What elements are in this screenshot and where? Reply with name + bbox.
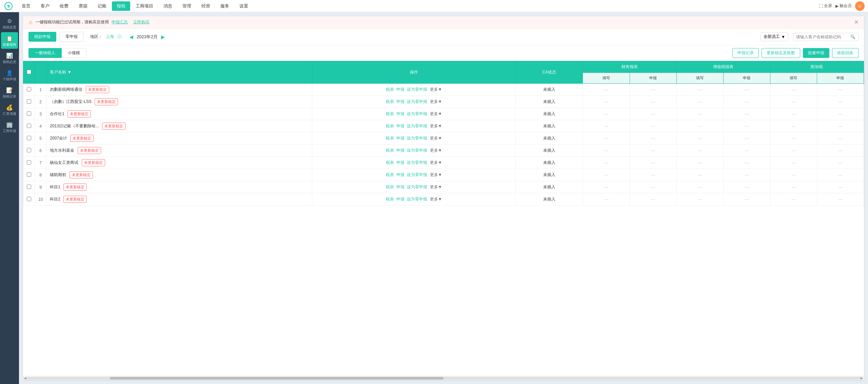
action-zero-declare[interactable]: 设为零申报 <box>407 111 427 116</box>
action-declare[interactable]: 申报 <box>396 99 405 104</box>
nav-accounting[interactable]: 记账 <box>93 1 111 11</box>
nav-messages[interactable]: 消息 <box>159 1 177 11</box>
row-checkbox[interactable] <box>27 87 31 91</box>
action-declare[interactable]: 申报 <box>396 160 405 165</box>
action-more[interactable]: 更多▼ <box>430 99 442 104</box>
banner-close-button[interactable]: ✕ <box>854 19 859 25</box>
nav-services[interactable]: 服务 <box>216 1 234 11</box>
action-more[interactable]: 更多▼ <box>430 148 442 153</box>
header-name-col[interactable]: 客户名称 ▼ <box>46 61 312 84</box>
sidebar-item-business-report[interactable]: 🏢 工商年报 <box>1 119 18 135</box>
action-declare[interactable]: 申报 <box>396 87 405 92</box>
sort-icon: ▼ <box>67 70 72 74</box>
taxpayer-tabs: 一般纳税人 小规模 <box>28 48 86 58</box>
action-more[interactable]: 更多▼ <box>430 197 442 201</box>
banner-report-link[interactable]: 申报汇总 <box>112 19 128 25</box>
action-zero-declare[interactable]: 设为零申报 <box>407 172 427 177</box>
nav-operations[interactable]: 经营 <box>197 1 215 11</box>
action-zero-declare[interactable]: 设为零申报 <box>407 136 427 141</box>
table-row: 3 合作社1 未更新核定 税表 申报 设为零申报 更多▼ 未插入 — — — —… <box>23 108 864 120</box>
action-zero-declare[interactable]: 设为零申报 <box>407 185 427 189</box>
banner-buy-link[interactable]: 立即购买 <box>133 19 150 25</box>
row-checkbox[interactable] <box>27 136 31 140</box>
row-checkbox[interactable] <box>27 148 31 152</box>
nav-management[interactable]: 管理 <box>178 1 196 11</box>
action-more[interactable]: 更多▼ <box>430 124 442 128</box>
action-more[interactable]: 更多▼ <box>430 185 442 189</box>
action-zero-declare[interactable]: 设为零申报 <box>407 197 427 201</box>
action-more[interactable]: 更多▼ <box>430 172 442 177</box>
dept-selector[interactable]: 全部员工 ▼ <box>761 32 788 41</box>
nav-billing[interactable]: 收费 <box>55 1 73 11</box>
action-zero-declare[interactable]: 设为零申报 <box>407 148 427 153</box>
action-tax-form[interactable]: 税表 <box>386 136 394 141</box>
action-tax-form[interactable]: 税表 <box>386 197 394 201</box>
action-zero-declare[interactable]: 设为零申报 <box>407 124 427 128</box>
nav-home[interactable]: 首页 <box>17 1 35 11</box>
avatar[interactable]: U <box>855 1 865 11</box>
tab-small-scale[interactable]: 小规模 <box>62 48 86 58</box>
action-declare[interactable]: 申报 <box>396 124 405 128</box>
action-more[interactable]: 更多▼ <box>430 111 442 116</box>
row-checkbox[interactable] <box>27 160 31 165</box>
action-zero-declare[interactable]: 设为零申报 <box>407 87 427 92</box>
update-quota-button[interactable]: 更新核定及取数 <box>762 48 800 58</box>
scroll-left-arrow[interactable]: ◀ <box>24 376 26 380</box>
sidebar-item-tax-records[interactable]: 📝 报税记录 <box>1 84 18 101</box>
row-checkbox[interactable] <box>27 111 31 116</box>
action-tax-form[interactable]: 税表 <box>386 185 394 189</box>
nav-settings[interactable]: 设置 <box>235 1 253 11</box>
sidebar-item-batch-tax[interactable]: 📋 批量报税 <box>1 32 18 49</box>
search-input[interactable] <box>796 35 850 39</box>
nav-tax[interactable]: 报税 <box>112 1 130 11</box>
tab-zero-declare[interactable]: 零申报 <box>60 32 83 42</box>
horizontal-scrollbar[interactable] <box>26 377 861 380</box>
row-checkbox[interactable] <box>27 124 31 128</box>
scroll-right-arrow[interactable]: ▶ <box>861 376 863 380</box>
nav-invoice[interactable]: 票据 <box>74 1 92 11</box>
action-tax-form[interactable]: 税表 <box>386 124 394 128</box>
row-actions: 税表 申报 设为零申报 更多▼ <box>312 169 516 181</box>
action-zero-declare[interactable]: 设为零申报 <box>407 160 427 165</box>
info-icon[interactable]: ⓘ <box>117 34 121 40</box>
nav-customers[interactable]: 客户 <box>36 1 54 11</box>
recover-button[interactable]: 收取回执 <box>832 48 859 58</box>
action-declare[interactable]: 申报 <box>396 197 405 201</box>
action-zero-declare[interactable]: 设为零申报 <box>407 99 427 104</box>
action-declare[interactable]: 申报 <box>396 136 405 141</box>
action-declare[interactable]: 申报 <box>396 111 405 116</box>
tab-general-taxpayer[interactable]: 一般纳税人 <box>28 48 62 58</box>
logo[interactable] <box>3 1 14 11</box>
action-more[interactable]: 更多▼ <box>430 136 442 141</box>
row-checkbox[interactable] <box>27 99 31 104</box>
nav-business[interactable]: 工商项目 <box>131 1 158 11</box>
declare-records-button[interactable]: 申报记录 <box>732 48 759 58</box>
tax-overview-icon: 📊 <box>6 52 13 59</box>
action-tax-form[interactable]: 税表 <box>386 160 394 165</box>
action-more[interactable]: 更多▼ <box>430 87 442 92</box>
action-tax-form[interactable]: 税表 <box>386 87 394 92</box>
next-date-button[interactable]: ▶ <box>160 34 166 40</box>
action-more[interactable]: 更多▼ <box>430 160 442 165</box>
row-checkbox[interactable] <box>27 185 31 189</box>
action-tax-form[interactable]: 税表 <box>386 172 394 177</box>
sidebar-item-settlement[interactable]: 💰 汇算清缴 <box>1 101 18 118</box>
action-tax-form[interactable]: 税表 <box>386 148 394 153</box>
vip-button[interactable]: ▶ 畅会员 <box>835 3 852 9</box>
batch-declare-button[interactable]: 批量申报 <box>803 48 829 58</box>
row-checkbox[interactable] <box>27 197 31 201</box>
tab-tax-declare[interactable]: 税款申报 <box>28 32 56 42</box>
row-checkbox[interactable] <box>27 172 31 177</box>
action-declare[interactable]: 申报 <box>396 172 405 177</box>
action-tax-form[interactable]: 税表 <box>386 111 394 116</box>
action-tax-form[interactable]: 税表 <box>386 99 394 104</box>
search-icon[interactable]: 🔍 <box>850 35 855 39</box>
action-declare[interactable]: 申报 <box>396 185 405 189</box>
action-declare[interactable]: 申报 <box>396 148 405 153</box>
fullscreen-button[interactable]: ⛶ 全屏 <box>819 3 832 9</box>
prev-date-button[interactable]: ◀ <box>128 34 135 40</box>
sidebar-item-tax-overview[interactable]: 📊 报税总览 <box>1 49 18 66</box>
sidebar-item-personal-tax[interactable]: 👤 个税申报 <box>1 67 18 83</box>
select-all-checkbox[interactable] <box>27 70 31 74</box>
sidebar-item-tax-settings[interactable]: ⚙ 报税设置 <box>1 15 18 31</box>
